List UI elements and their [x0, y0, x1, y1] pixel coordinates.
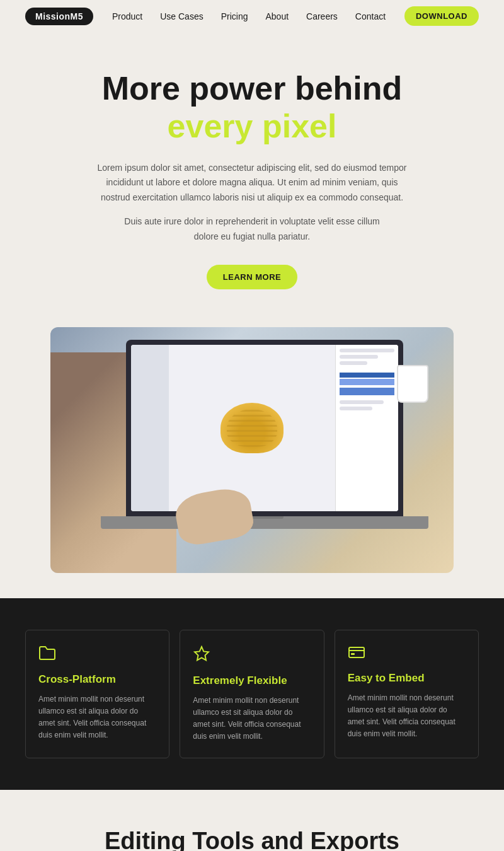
learn-more-button[interactable]: LEARN MORE [207, 265, 297, 289]
nav-item-use-cases[interactable]: Use Cases [160, 11, 203, 22]
panel-line-1 [340, 349, 394, 352]
feature-title-flexible: Extremely Flexible [193, 674, 311, 687]
navbar: MissionM5 Product Use Cases Pricing Abou… [0, 0, 504, 32]
panel-chart [340, 370, 394, 395]
folder-icon [38, 645, 156, 664]
panel-line-2 [340, 355, 378, 359]
hero-section: More power behind every pixel Lorem ipsu… [0, 32, 504, 315]
screen-panel [335, 345, 398, 511]
laptop-screen [126, 340, 403, 516]
cake-object [220, 403, 284, 453]
download-button[interactable]: DOWNLOAD [404, 6, 479, 26]
hero-description: Lorem ipsum dolor sit amet, consectetur … [94, 161, 410, 206]
nav-item-product[interactable]: Product [112, 11, 142, 22]
nav-logo[interactable]: MissionM5 [25, 8, 93, 25]
nav-item-contact[interactable]: Contact [355, 11, 386, 22]
feature-desc-cross-platform: Amet minim mollit non deserunt ullamco e… [38, 693, 156, 742]
feature-title-embed: Easy to Embed [348, 672, 466, 685]
screen-main [169, 345, 335, 511]
svg-rect-0 [349, 647, 364, 657]
feature-desc-embed: Amet minim mollit non deserunt ullamco e… [348, 692, 466, 741]
laptop-screen-inner [131, 345, 398, 511]
nav-links: Product Use Cases Pricing About Careers … [112, 11, 386, 22]
feature-card-cross-platform: Cross-Platform Amet minim mollit non des… [25, 630, 169, 759]
star-icon [193, 645, 311, 666]
feature-title-cross-platform: Cross-Platform [38, 673, 156, 686]
laptop-base [101, 516, 428, 529]
feature-card-flexible: Extremely Flexible Amet minim mollit non… [180, 630, 324, 759]
hero-image [50, 327, 454, 573]
features-section: Cross-Platform Amet minim mollit non des… [0, 598, 504, 790]
screen-app-ui [131, 345, 398, 511]
panel-line-3 [340, 361, 367, 365]
features-grid: Cross-Platform Amet minim mollit non des… [25, 630, 479, 759]
hero-headline: More power behind every pixel [50, 70, 454, 146]
nav-item-about[interactable]: About [265, 11, 289, 22]
feature-card-embed: Easy to Embed Amet minim mollit non dese… [335, 630, 479, 759]
card-icon [348, 645, 466, 663]
svg-rect-2 [351, 653, 355, 655]
screen-sidebar [131, 345, 169, 511]
feature-desc-flexible: Amet minim mollit non deserunt ullamco e… [193, 695, 311, 743]
tools-heading: Editing Tools and Exports [25, 828, 479, 851]
tools-section: Editing Tools and Exports Aliquam a augu… [0, 790, 504, 851]
nav-item-careers[interactable]: Careers [306, 11, 338, 22]
nav-item-pricing[interactable]: Pricing [221, 11, 248, 22]
panel-line-5 [340, 407, 372, 410]
panel-line-4 [340, 400, 384, 404]
hero-image-wrapper [0, 315, 504, 573]
mug [397, 365, 428, 403]
hero-description2: Duis aute irure dolor in reprehenderit i… [120, 214, 384, 245]
